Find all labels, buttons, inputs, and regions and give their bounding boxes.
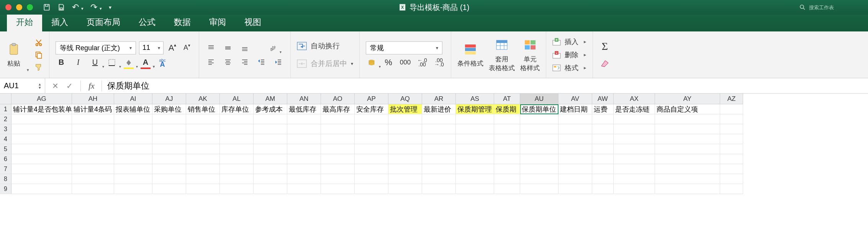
cell-AN9[interactable] bbox=[287, 184, 321, 194]
cell-AW7[interactable] bbox=[592, 164, 614, 174]
cell-AU4[interactable] bbox=[520, 134, 558, 144]
cell-AU2[interactable] bbox=[520, 114, 558, 124]
align-top-button[interactable] bbox=[205, 42, 217, 54]
col-header-AW[interactable]: AW bbox=[592, 94, 614, 104]
cell-AN1[interactable]: 最低库存 bbox=[287, 104, 321, 114]
cell-AH5[interactable] bbox=[72, 144, 114, 154]
cell-AJ6[interactable] bbox=[152, 154, 186, 164]
cell-AZ4[interactable] bbox=[720, 134, 743, 144]
conditional-format-button[interactable]: 条件格式 bbox=[457, 41, 483, 68]
cell-AZ9[interactable] bbox=[720, 184, 743, 194]
format-as-table-button[interactable]: 套用 表格格式 bbox=[489, 37, 515, 72]
cell-AO1[interactable]: 最高库存 bbox=[321, 104, 355, 114]
cell-AY8[interactable] bbox=[655, 174, 720, 184]
qat-customize[interactable]: ▾ bbox=[109, 4, 111, 10]
cell-styles-button[interactable]: 单元 格样式 bbox=[520, 37, 540, 72]
cell-AI4[interactable] bbox=[114, 134, 152, 144]
cell-AH1[interactable]: 辅计量4条码 bbox=[72, 104, 114, 114]
cell-AX4[interactable] bbox=[614, 134, 655, 144]
copy-icon[interactable] bbox=[34, 51, 43, 59]
cell-AK5[interactable] bbox=[186, 144, 220, 154]
align-left-button[interactable] bbox=[205, 56, 217, 67]
font-name-select[interactable]: 等线 Regular (正文)▾ bbox=[56, 41, 136, 54]
cell-AS5[interactable] bbox=[456, 144, 494, 154]
cell-AG9[interactable] bbox=[11, 184, 72, 194]
cell-AV6[interactable] bbox=[558, 154, 592, 164]
col-header-AX[interactable]: AX bbox=[614, 94, 655, 104]
cell-AQ1[interactable]: 批次管理 bbox=[388, 104, 422, 114]
col-header-AZ[interactable]: AZ bbox=[720, 94, 743, 104]
cell-AP1[interactable]: 安全库存 bbox=[355, 104, 388, 114]
cell-AJ2[interactable] bbox=[152, 114, 186, 124]
cell-AJ5[interactable] bbox=[152, 144, 186, 154]
cell-AJ7[interactable] bbox=[152, 164, 186, 174]
col-header-AV[interactable]: AV bbox=[558, 94, 592, 104]
cell-AZ8[interactable] bbox=[720, 174, 743, 184]
cell-AO9[interactable] bbox=[321, 184, 355, 194]
cell-AT3[interactable] bbox=[494, 124, 520, 134]
cell-AQ6[interactable] bbox=[388, 154, 422, 164]
col-header-AK[interactable]: AK bbox=[186, 94, 220, 104]
col-header-AT[interactable]: AT bbox=[494, 94, 520, 104]
orientation-button[interactable]: ab bbox=[267, 42, 278, 54]
cancel-formula-button[interactable]: ✕ bbox=[52, 81, 59, 91]
cell-AU3[interactable] bbox=[520, 124, 558, 134]
cell-AH7[interactable] bbox=[72, 164, 114, 174]
tab-page-layout[interactable]: 页面布局 bbox=[77, 13, 129, 31]
cell-AG2[interactable] bbox=[11, 114, 72, 124]
row-header-7[interactable]: 7 bbox=[0, 164, 11, 174]
formula-input[interactable]: 保质期单位 bbox=[102, 80, 868, 92]
cell-AS7[interactable] bbox=[456, 164, 494, 174]
col-header-AO[interactable]: AO bbox=[321, 94, 355, 104]
row-header-1[interactable]: 1 bbox=[0, 104, 11, 114]
col-header-AS[interactable]: AS bbox=[456, 94, 494, 104]
cell-AV7[interactable] bbox=[558, 164, 592, 174]
phonetic-button[interactable]: abcA bbox=[157, 57, 168, 68]
insert-cells-button[interactable]: 插入 bbox=[552, 37, 586, 46]
cell-AR8[interactable] bbox=[422, 174, 456, 184]
cell-AT1[interactable]: 保质期 bbox=[494, 104, 520, 114]
cell-AI1[interactable]: 报表辅单位 bbox=[114, 104, 152, 114]
cell-AV8[interactable] bbox=[558, 174, 592, 184]
cell-AP8[interactable] bbox=[355, 174, 388, 184]
col-header-AG[interactable]: AG bbox=[11, 94, 72, 104]
paste-button[interactable]: 粘贴 bbox=[6, 41, 21, 68]
enter-formula-button[interactable]: ✓ bbox=[66, 81, 73, 91]
cell-AS6[interactable] bbox=[456, 154, 494, 164]
cell-AX6[interactable] bbox=[614, 154, 655, 164]
merge-center-button[interactable]: 合并后居中 ▾ bbox=[297, 59, 353, 69]
decrease-indent-button[interactable] bbox=[256, 56, 267, 67]
undo-button[interactable]: ↶ ▾ bbox=[72, 2, 84, 12]
cell-AW2[interactable] bbox=[592, 114, 614, 124]
cell-AG3[interactable] bbox=[11, 124, 72, 134]
cell-AR2[interactable] bbox=[422, 114, 456, 124]
decrease-font-button[interactable]: A▾ bbox=[181, 42, 193, 54]
col-header-AH[interactable]: AH bbox=[72, 94, 114, 104]
cell-AX5[interactable] bbox=[614, 144, 655, 154]
tab-home[interactable]: 开始 bbox=[7, 13, 42, 31]
cell-AO4[interactable] bbox=[321, 134, 355, 144]
cell-AQ7[interactable] bbox=[388, 164, 422, 174]
cell-AS8[interactable] bbox=[456, 174, 494, 184]
cell-AU9[interactable] bbox=[520, 184, 558, 194]
font-color-button[interactable]: A bbox=[140, 57, 151, 68]
row-header-2[interactable]: 2 bbox=[0, 114, 11, 124]
cell-AN4[interactable] bbox=[287, 134, 321, 144]
align-right-button[interactable] bbox=[239, 56, 251, 67]
cells-area[interactable]: 辅计量4是否包装单位辅计量4条码报表辅单位采购单位销售单位库存单位参考成本最低库… bbox=[11, 104, 868, 194]
cell-AO5[interactable] bbox=[321, 144, 355, 154]
row-header-4[interactable]: 4 bbox=[0, 134, 11, 144]
name-box-down[interactable]: ▾ bbox=[39, 86, 41, 89]
cell-AH9[interactable] bbox=[72, 184, 114, 194]
cell-AJ4[interactable] bbox=[152, 134, 186, 144]
cell-AZ5[interactable] bbox=[720, 144, 743, 154]
cell-AT9[interactable] bbox=[494, 184, 520, 194]
redo-button[interactable]: ↷ ▾ bbox=[90, 2, 102, 12]
increase-font-button[interactable]: A▴ bbox=[167, 42, 178, 54]
maximize-button[interactable] bbox=[27, 4, 33, 10]
cell-AH2[interactable] bbox=[72, 114, 114, 124]
cell-AM7[interactable] bbox=[254, 164, 287, 174]
cell-AG5[interactable] bbox=[11, 144, 72, 154]
cell-AU8[interactable] bbox=[520, 174, 558, 184]
cell-AR9[interactable] bbox=[422, 184, 456, 194]
